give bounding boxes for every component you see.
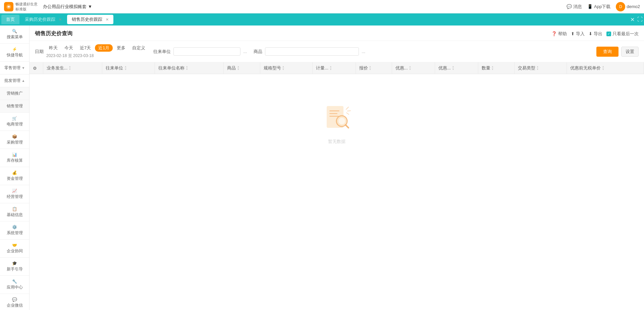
logo-text: 畅捷通好生意 标准版	[15, 2, 38, 11]
sort-arrows: ▲▼	[237, 65, 239, 71]
main-layout: 🔍 搜索菜单 ⚡ 快捷导航 零售管理 ▼ 批发管理 ▲ 营销推广 销售管理 🛒 …	[0, 25, 644, 310]
goods-filter-group: 商品 ...	[254, 47, 367, 56]
col-discount1[interactable]: 优惠... ▲▼	[392, 62, 435, 74]
sidebar-item-enterprise[interactable]: 🤝 企业协同	[0, 240, 29, 258]
empty-text: 暂无数据	[328, 139, 345, 145]
sidebar-item-sales-mgmt[interactable]: 销售管理	[0, 100, 29, 113]
date-btn-yesterday[interactable]: 昨天	[46, 44, 60, 52]
svg-line-9	[347, 111, 351, 111]
counterpart-label: 往来单位	[153, 49, 171, 55]
sidebar-item-basic-info[interactable]: 📋 基础信息	[0, 203, 29, 221]
app-download-button[interactable]: 📱 App下载	[587, 4, 610, 10]
goods-label: 商品	[254, 49, 262, 55]
counterpart-input[interactable]	[173, 47, 240, 56]
help-icon: ❓	[551, 31, 557, 36]
counterpart-ellipsis-button[interactable]: ...	[242, 49, 248, 54]
sidebar-item-app-center[interactable]: 🔧 应用中心	[0, 276, 29, 294]
counterpart-filter-group: 往来单位 ...	[153, 47, 248, 56]
col-trade-type[interactable]: 交易类型 ▲▼	[514, 62, 567, 74]
download-icon: 📱	[587, 4, 593, 9]
goods-ellipsis-button[interactable]: ...	[360, 49, 367, 54]
sidebar-item-ecommerce[interactable]: 🛒 电商管理	[0, 113, 29, 131]
chat-button[interactable]: 💬 消息	[567, 4, 582, 10]
col-quote[interactable]: 报价 ▲▼	[356, 62, 392, 74]
appcenter-icon: 🔧	[12, 279, 17, 284]
inventory-icon: 📊	[12, 152, 17, 157]
table-container[interactable]: ⚙ 业务发生... ▲▼ 往来单位	[30, 62, 644, 310]
tabbar-actions: ✕ ⛶	[630, 16, 643, 23]
user-menu[interactable]: D demo2	[616, 2, 640, 11]
sidebar-item-finance[interactable]: 💰 资金管理	[0, 167, 29, 185]
col-biz-date[interactable]: 业务发生... ▲▼	[43, 62, 102, 74]
sort-arrows: ▲▼	[452, 65, 454, 71]
sort-arrows: ▲▼	[409, 65, 412, 71]
avatar: D	[616, 2, 625, 11]
page-title: 销售历史价查询	[35, 30, 72, 37]
sort-arrows: ▲▼	[369, 65, 372, 71]
date-btn-more[interactable]: 更多	[114, 44, 128, 52]
date-btn-custom[interactable]: 自定义	[129, 44, 148, 52]
system-icon: ⚙️	[12, 225, 17, 229]
chat-icon: 💬	[567, 4, 572, 9]
sidebar-item-search[interactable]: 🔍 搜索菜单	[0, 25, 29, 44]
col-goods[interactable]: 商品 ▲▼	[224, 62, 260, 74]
col-discount2[interactable]: 优惠... ▲▼	[435, 62, 478, 74]
sidebar-item-quick-nav[interactable]: ⚡ 快捷导航	[0, 44, 29, 62]
col-counterpart-name[interactable]: 往来单位名称 ▲▼	[155, 62, 224, 74]
sidebar-item-wholesale[interactable]: 批发管理 ▲	[0, 74, 29, 87]
enterprise-icon: 🤝	[12, 243, 17, 248]
date-buttons: 昨天 今天 近7天 近1月 更多 自定义	[46, 44, 148, 52]
date-btn-last1m[interactable]: 近1月	[95, 44, 113, 52]
maximize-button[interactable]: ⛶	[637, 16, 643, 22]
tab-sales-history[interactable]: 销售历史价跟踪 ✕	[67, 15, 113, 24]
col-spec[interactable]: 规格型号 ▲▼	[260, 62, 313, 74]
workspace-selector[interactable]: 办公用品行业模拟账套 ▼	[40, 4, 95, 10]
date-filter-label: 日期	[35, 49, 44, 55]
tab-purchase-history[interactable]: 采购历史价跟踪 ✕	[20, 15, 66, 24]
sort-arrows: ▲▼	[68, 65, 71, 71]
topbar: 畅捷通好生意 标准版 办公用品行业模拟账套 ▼ 💬 消息 📱 App下载 D d…	[0, 0, 644, 13]
date-filter-group: 日期 昨天 今天 近7天 近1月 更多 自定义 2023-02-18 至 202…	[35, 44, 148, 59]
close-all-tabs-button[interactable]: ✕	[630, 16, 635, 23]
sidebar-item-retail[interactable]: 零售管理 ▼	[0, 62, 29, 74]
sidebar-item-operations[interactable]: 📈 经营管理	[0, 185, 29, 203]
export-button[interactable]: ⬇ 导出	[589, 31, 602, 37]
svg-rect-4	[329, 116, 339, 117]
sidebar-item-wechat[interactable]: 💬 企业微信	[0, 294, 29, 310]
only-last-checkbox[interactable]: ✓ 只看最后一次	[606, 31, 639, 37]
date-range-display: 2023-02-18 至 2023-03-18	[46, 53, 148, 59]
sort-arrows: ▲▼	[185, 65, 188, 71]
col-quantity[interactable]: 数量 ▲▼	[478, 62, 514, 74]
tab-purchase-close-icon[interactable]: ✕	[59, 17, 62, 22]
settings-icon: ⚙	[33, 66, 37, 71]
col-pretax-price[interactable]: 优惠前无税单价 ▲▼	[567, 62, 644, 74]
sidebar-item-purchase[interactable]: 📦 采购管理	[0, 131, 29, 149]
col-unit[interactable]: 计量... ▲▼	[313, 62, 356, 74]
settings-button[interactable]: 设置	[621, 47, 639, 57]
tab-sales-close-icon[interactable]: ✕	[106, 17, 109, 22]
sidebar-item-system[interactable]: ⚙️ 系统管理	[0, 221, 29, 240]
svg-point-6	[338, 118, 345, 124]
date-btn-last7[interactable]: 近7天	[77, 44, 94, 52]
svg-line-8	[346, 107, 348, 109]
goods-input[interactable]	[265, 47, 359, 56]
tab-purchase-label: 采购历史价跟踪	[25, 16, 55, 22]
sort-arrows: ▲▼	[491, 65, 494, 71]
query-button[interactable]: 查询	[596, 47, 619, 57]
search-icon: 🔍	[12, 29, 17, 34]
col-settings[interactable]: ⚙	[30, 62, 43, 74]
help-button[interactable]: ❓ 帮助	[551, 31, 567, 37]
tab-home[interactable]: 首页	[1, 15, 19, 24]
ecommerce-icon: 🛒	[12, 116, 17, 121]
sidebar-item-guide[interactable]: 🎓 新手引导	[0, 258, 29, 276]
svg-line-7	[345, 125, 348, 128]
tab-sales-label: 销售历史价跟踪	[72, 16, 102, 22]
page-header-actions: ❓ 帮助 ⬆ 导入 ⬇ 导出 ✓ 只看最后一次	[551, 31, 639, 37]
col-counterpart-code[interactable]: 往来单位 ▲▼	[102, 62, 155, 74]
import-button[interactable]: ⬆ 导入	[571, 31, 585, 37]
sidebar-item-inventory[interactable]: 📊 库存核算	[0, 149, 29, 167]
data-table: ⚙ 业务发生... ▲▼ 往来单位	[30, 62, 644, 74]
date-btn-today[interactable]: 今天	[62, 44, 76, 52]
export-icon: ⬇	[589, 31, 592, 36]
sidebar-item-marketing[interactable]: 营销推广	[0, 87, 29, 100]
